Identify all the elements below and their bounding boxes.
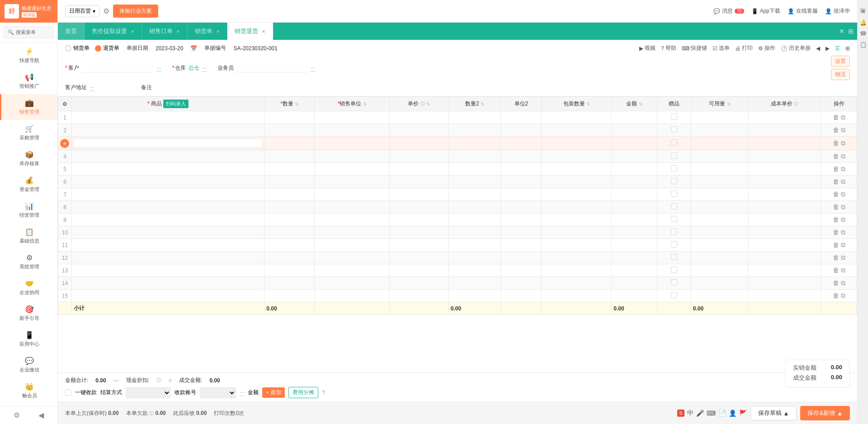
delete-row-btn[interactable]: 🗑 bbox=[833, 254, 839, 262]
table-cell[interactable] bbox=[501, 150, 542, 163]
logistics-btn[interactable]: 物流 bbox=[831, 69, 850, 80]
address-link[interactable]: ··· bbox=[90, 84, 94, 91]
save-draft-btn[interactable]: 保存草稿 ▲ bbox=[750, 406, 797, 420]
radio-return[interactable]: 退货单 bbox=[95, 44, 119, 52]
cost-price-cell[interactable] bbox=[749, 226, 821, 239]
available-cell[interactable] bbox=[691, 214, 749, 226]
product-cell[interactable] bbox=[72, 201, 264, 214]
copy-row-btn[interactable]: ⧉ bbox=[841, 229, 845, 236]
gift-checkbox[interactable] bbox=[671, 178, 677, 184]
attachment-icon[interactable]: 附 bbox=[858, 2, 868, 5]
table-cell[interactable] bbox=[389, 111, 448, 124]
table-cell[interactable] bbox=[264, 163, 315, 176]
cost-price-cell[interactable] bbox=[749, 163, 821, 176]
one-click-payment-checkbox[interactable] bbox=[65, 390, 71, 396]
available-cell[interactable] bbox=[691, 277, 749, 290]
gift-checkbox[interactable] bbox=[671, 229, 677, 235]
table-cell[interactable] bbox=[501, 188, 542, 201]
table-cell[interactable] bbox=[501, 176, 542, 188]
video-btn[interactable]: ▶ 视频 bbox=[639, 44, 656, 52]
save-new-btn[interactable]: 保存&新增 ▲ bbox=[800, 406, 850, 420]
gift-checkbox[interactable] bbox=[671, 216, 677, 222]
table-cell[interactable] bbox=[612, 264, 657, 277]
copy-row-btn[interactable]: ⧉ bbox=[841, 191, 845, 198]
gift-cell[interactable] bbox=[657, 252, 691, 264]
product-cell[interactable] bbox=[72, 290, 264, 302]
gift-checkbox[interactable] bbox=[671, 267, 677, 273]
gift-cell[interactable] bbox=[657, 290, 691, 302]
table-cell[interactable] bbox=[542, 124, 612, 137]
gift-checkbox[interactable] bbox=[671, 292, 677, 298]
table-cell[interactable] bbox=[448, 264, 501, 277]
delete-row-btn[interactable]: 🗑 bbox=[833, 279, 839, 287]
gift-cell[interactable] bbox=[657, 124, 691, 137]
gift-cell[interactable] bbox=[657, 150, 691, 163]
table-cell[interactable] bbox=[264, 290, 315, 302]
select-order-btn[interactable]: ☑ 选单 bbox=[712, 44, 730, 52]
gift-cell[interactable] bbox=[657, 277, 691, 290]
table-cell[interactable] bbox=[501, 239, 542, 252]
available-cell[interactable] bbox=[691, 137, 749, 150]
expand-icon[interactable]: ⊞ bbox=[848, 28, 854, 35]
table-cell[interactable] bbox=[315, 252, 390, 264]
phone-panel-icon[interactable]: ☎ bbox=[859, 29, 867, 38]
table-cell[interactable] bbox=[264, 150, 315, 163]
table-cell[interactable] bbox=[315, 226, 390, 239]
product-cell[interactable] bbox=[72, 277, 264, 290]
available-cell[interactable] bbox=[691, 264, 749, 277]
table-cell[interactable] bbox=[542, 137, 612, 150]
table-cell[interactable] bbox=[264, 226, 315, 239]
operate-btn[interactable]: ⚙ 操作 bbox=[758, 44, 775, 52]
table-cell[interactable] bbox=[542, 252, 612, 264]
table-cell[interactable] bbox=[264, 176, 315, 188]
table-cell[interactable] bbox=[612, 201, 657, 214]
table-cell[interactable] bbox=[315, 137, 390, 150]
radio-sales-delivery[interactable]: 销货单 bbox=[65, 44, 90, 52]
table-cell[interactable] bbox=[612, 226, 657, 239]
cost-price-cell[interactable] bbox=[749, 111, 821, 124]
table-cell[interactable] bbox=[264, 124, 315, 137]
print-btn[interactable]: 🖨 打印 bbox=[735, 44, 753, 52]
product-cell[interactable] bbox=[72, 252, 264, 264]
table-cell[interactable] bbox=[315, 214, 390, 226]
table-cell[interactable] bbox=[612, 214, 657, 226]
gift-cell[interactable] bbox=[657, 214, 691, 226]
table-cell[interactable] bbox=[264, 239, 315, 252]
tab-close-icon[interactable]: ✕ bbox=[262, 29, 265, 34]
copy-row-btn[interactable]: ⧉ bbox=[841, 126, 845, 134]
customer-input[interactable] bbox=[82, 64, 154, 72]
salesperson-input[interactable] bbox=[236, 64, 308, 72]
product-cell[interactable] bbox=[72, 264, 264, 277]
sidebar-item-member[interactable]: 👑 畅会员 bbox=[0, 378, 57, 404]
copy-row-btn[interactable]: ⧉ bbox=[841, 254, 845, 262]
table-cell[interactable] bbox=[542, 239, 612, 252]
gift-checkbox[interactable] bbox=[671, 241, 677, 248]
copy-row-btn[interactable]: ⧉ bbox=[841, 139, 845, 147]
gift-checkbox[interactable] bbox=[671, 191, 677, 197]
gift-cell[interactable] bbox=[657, 239, 691, 252]
delete-row-btn[interactable]: 🗑 bbox=[833, 178, 839, 186]
table-cell[interactable] bbox=[542, 226, 612, 239]
table-cell[interactable] bbox=[612, 111, 657, 124]
table-cell[interactable] bbox=[389, 188, 448, 201]
copy-row-btn[interactable]: ⧉ bbox=[841, 114, 845, 121]
collapse-icon[interactable]: ◀ bbox=[38, 411, 44, 419]
product-cell[interactable] bbox=[72, 111, 264, 124]
delete-row-btn[interactable]: 🗑 bbox=[833, 267, 839, 274]
cost-price-cell[interactable] bbox=[749, 252, 821, 264]
table-cell[interactable] bbox=[448, 124, 501, 137]
table-cell[interactable] bbox=[612, 252, 657, 264]
table-cell[interactable] bbox=[315, 188, 390, 201]
available-cell[interactable] bbox=[691, 176, 749, 188]
settings-btn[interactable]: 设置 bbox=[831, 56, 850, 67]
table-cell[interactable] bbox=[612, 188, 657, 201]
available-cell[interactable] bbox=[691, 239, 749, 252]
table-cell[interactable] bbox=[315, 201, 390, 214]
close-tab-icon[interactable]: ✕ bbox=[839, 28, 844, 35]
table-cell[interactable] bbox=[542, 277, 612, 290]
table-cell[interactable] bbox=[542, 214, 612, 226]
delete-row-btn[interactable]: 🗑 bbox=[833, 241, 839, 249]
tab-sales-order[interactable]: 销售订单 ✕ bbox=[142, 23, 188, 40]
table-cell[interactable] bbox=[501, 111, 542, 124]
fee-btn[interactable]: 费用分摊 bbox=[288, 387, 318, 398]
